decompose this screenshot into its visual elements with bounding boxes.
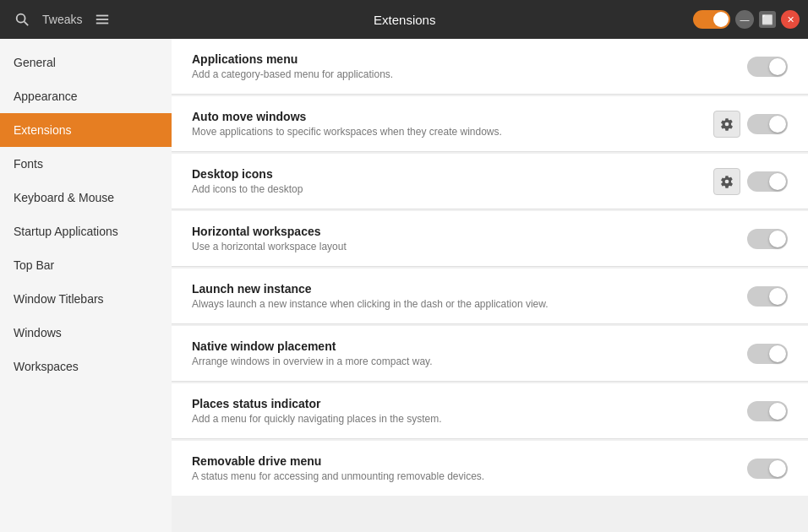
extension-actions [713,168,788,195]
sidebar-item-top-bar[interactable]: Top Bar [0,248,172,282]
extension-info: Places status indicator Add a menu for q… [192,397,747,425]
window-controls: — ⬜ ✕ [693,10,800,29]
sidebar-item-general[interactable]: General [0,46,172,79]
svg-point-0 [17,14,25,23]
auto-move-windows-settings-button[interactable] [713,111,740,138]
svg-rect-2 [96,15,108,17]
extension-title: Launch new instance [192,282,747,296]
extension-removable-drive-menu: Removable drive menu A status menu for a… [172,441,808,496]
sidebar-item-fonts[interactable]: Fonts [0,147,172,181]
close-button[interactable]: ✕ [781,10,800,29]
titlebar: Tweaks Extensions — ⬜ ✕ [0,0,808,39]
sidebar-item-startup-applications[interactable]: Startup Applications [0,214,172,248]
extension-desc: Add icons to the desktop [192,183,713,195]
extension-actions [747,286,788,307]
extension-title: Auto move windows [192,110,713,123]
sidebar-item-keyboard-mouse[interactable]: Keyboard & Mouse [0,181,172,214]
extension-title: Horizontal workspaces [192,225,747,238]
extension-title: Places status indicator [192,397,747,410]
menu-button[interactable] [89,6,116,33]
extension-info: Applications menu Add a category-based m… [192,52,747,80]
auto-move-windows-toggle[interactable] [747,114,788,134]
launch-new-instance-toggle[interactable] [747,286,788,307]
minimize-button[interactable]: — [735,10,754,29]
extension-info: Launch new instance Always launch a new … [192,282,747,310]
extension-horizontal-workspaces: Horizontal workspaces Use a horizontal w… [172,211,808,267]
extension-actions [747,344,788,364]
extension-desc: Always launch a new instance when clicki… [192,298,747,310]
extension-desktop-icons: Desktop icons Add icons to the desktop [172,154,808,209]
extension-info: Removable drive menu A status menu for a… [192,454,747,482]
extension-desc: Use a horizontal workspace layout [192,241,747,252]
extension-desc: Add a menu for quickly navigating places… [192,413,747,425]
sidebar-item-windows[interactable]: Windows [0,316,172,350]
extension-desc: Add a category-based menu for applicatio… [192,68,747,80]
extension-title: Desktop icons [192,167,713,181]
sidebar: General Appearance Extensions Fonts Keyb… [0,39,172,532]
sidebar-item-appearance[interactable]: Appearance [0,79,172,113]
horizontal-workspaces-toggle[interactable] [747,229,788,249]
extension-places-status-indicator: Places status indicator Add a menu for q… [172,383,808,439]
extension-info: Desktop icons Add icons to the desktop [192,167,713,195]
svg-line-1 [25,22,29,26]
theme-toggle[interactable] [693,10,730,29]
extension-applications-menu: Applications menu Add a category-based m… [172,39,808,95]
app-title: Tweaks [42,13,82,26]
extension-title: Removable drive menu [192,454,747,468]
extension-launch-new-instance: Launch new instance Always launch a new … [172,269,808,324]
extension-desc: Move applications to specific workspaces… [192,126,713,138]
svg-rect-4 [96,23,108,24]
extension-info: Native window placement Arrange windows … [192,339,747,367]
extension-info: Horizontal workspaces Use a horizontal w… [192,225,747,252]
extension-info: Auto move windows Move applications to s… [192,110,713,138]
desktop-icons-settings-button[interactable] [713,168,740,195]
removable-drive-menu-toggle[interactable] [747,459,788,479]
extension-actions [747,401,788,421]
places-status-indicator-toggle[interactable] [747,401,788,421]
applications-menu-toggle[interactable] [747,57,788,77]
maximize-button[interactable]: ⬜ [759,11,776,28]
sidebar-item-extensions[interactable]: Extensions [0,113,172,147]
extension-title: Applications menu [192,52,747,66]
extension-desc: A status menu for accessing and unmounti… [192,470,747,482]
main-layout: General Appearance Extensions Fonts Keyb… [0,39,808,532]
extension-actions [747,459,788,479]
extension-actions [747,57,788,77]
native-window-placement-toggle[interactable] [747,344,788,364]
extension-actions [747,229,788,249]
extensions-content: Applications menu Add a category-based m… [172,39,808,532]
sidebar-item-workspaces[interactable]: Workspaces [0,350,172,383]
svg-rect-3 [96,19,108,20]
extension-title: Native window placement [192,339,747,353]
extension-native-window-placement: Native window placement Arrange windows … [172,326,808,382]
search-button[interactable] [8,6,35,33]
extension-auto-move-windows: Auto move windows Move applications to s… [172,96,808,152]
desktop-icons-toggle[interactable] [747,171,788,192]
extension-actions [713,111,788,138]
extension-desc: Arrange windows in overview in a more co… [192,356,747,367]
sidebar-item-window-titlebars[interactable]: Window Titlebars [0,282,172,316]
page-title: Extensions [116,13,693,27]
